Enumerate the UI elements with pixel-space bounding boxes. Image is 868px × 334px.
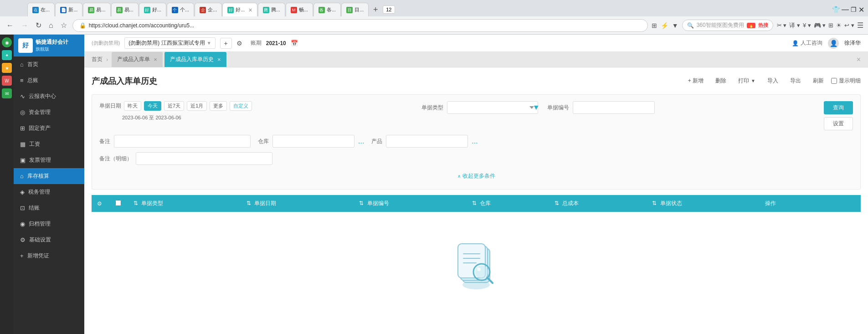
- apps-btn[interactable]: ⊞: [828, 22, 833, 29]
- sidebar-item-home[interactable]: ⌂ 首页: [14, 57, 84, 72]
- product-dots[interactable]: ...: [472, 137, 478, 145]
- calendar-button[interactable]: 📅: [291, 40, 298, 46]
- translate-btn[interactable]: 译 ▾: [789, 21, 800, 30]
- refresh-button[interactable]: ↻: [34, 19, 43, 31]
- date-custom-btn[interactable]: 自定义: [230, 101, 252, 111]
- tab-3[interactable]: 易 易...: [83, 3, 110, 16]
- menu-btn[interactable]: ☰: [857, 21, 863, 30]
- tab-list-close[interactable]: ×: [154, 56, 157, 63]
- grid-button[interactable]: ⊞: [652, 22, 657, 29]
- company-select[interactable]: (勿删勿禁用) 江西振宝测试专用 ▼: [124, 37, 215, 49]
- app-icon-orange[interactable]: ★: [2, 63, 12, 73]
- col-totalcost[interactable]: ⇅ 总成本: [549, 195, 647, 212]
- select-all-checkbox[interactable]: [115, 200, 121, 206]
- tab-11[interactable]: 各 各...: [313, 3, 341, 16]
- number-input[interactable]: [573, 101, 655, 114]
- tab-10[interactable]: M 畅...: [286, 3, 313, 16]
- app-icon-red[interactable]: W: [2, 76, 12, 86]
- tab-4[interactable]: 易 易...: [111, 3, 139, 16]
- window-close-button[interactable]: ✕: [858, 5, 864, 14]
- sidebar-item-archive[interactable]: ◉ 归档管理: [14, 216, 84, 232]
- collapse-button[interactable]: ∧ 收起更多条件: [450, 170, 503, 183]
- bookmark-button[interactable]: ☆: [59, 19, 69, 31]
- col-number[interactable]: ⇅ 单据编号: [354, 195, 467, 212]
- sidebar-item-invoice[interactable]: ▣ 发票管理: [14, 152, 84, 168]
- tab-history-close[interactable]: ×: [217, 56, 221, 63]
- settings-button[interactable]: 设置: [824, 117, 853, 130]
- new-tab-button[interactable]: +: [369, 3, 382, 16]
- product-input[interactable]: [386, 135, 468, 148]
- window-shirt-icon[interactable]: 👕: [832, 6, 840, 13]
- undo-btn[interactable]: ↩ ▾: [844, 22, 854, 29]
- back-button[interactable]: ←: [5, 20, 15, 31]
- sidebar-item-newbill[interactable]: + 新增凭证: [14, 248, 84, 264]
- type-select[interactable]: [447, 101, 538, 114]
- print-button[interactable]: 打印 ▼: [734, 75, 760, 87]
- warehouse-input[interactable]: [272, 135, 354, 148]
- date-7days-btn[interactable]: 近7天: [164, 101, 184, 111]
- tab-6[interactable]: 个 个...: [167, 3, 194, 16]
- delete-button[interactable]: 删除: [711, 75, 731, 87]
- import-button[interactable]: 导入: [763, 75, 783, 87]
- date-yesterday-btn[interactable]: 昨天: [124, 101, 141, 111]
- col-warehouse[interactable]: ⇅ 仓库: [467, 195, 549, 212]
- tab-history-page[interactable]: 产成品入库单历史 ×: [164, 52, 226, 67]
- tab-2[interactable]: 📄 新...: [55, 3, 82, 16]
- sidebar-item-ledger[interactable]: ≡ 总账: [14, 72, 84, 88]
- col-status[interactable]: ⇅ 单据状态: [647, 195, 760, 212]
- home-button[interactable]: ⌂: [47, 20, 55, 31]
- game-btn[interactable]: 🎮 ▾: [814, 22, 826, 29]
- detail-note-input[interactable]: [136, 152, 272, 165]
- date-1month-btn[interactable]: 近1月: [187, 101, 207, 111]
- sidebar-item-closing[interactable]: ⊡ 结账: [14, 200, 84, 216]
- sidebar-item-funds[interactable]: ◎ 资金管理: [14, 104, 84, 120]
- display-detail-checkbox-label[interactable]: 显示明细: [831, 77, 861, 85]
- yuan-btn[interactable]: ¥ ▾: [803, 22, 811, 29]
- date-today-btn[interactable]: 今天: [144, 101, 161, 111]
- add-button[interactable]: + 新增: [683, 75, 708, 87]
- address-input-container[interactable]: 🔒 https://cloud.chanjet.com/accounting/u…: [72, 19, 648, 32]
- search-area[interactable]: 🔍 360智能抠图免费用 🔥 热搜: [682, 20, 773, 31]
- sidebar-item-inventory[interactable]: ⌂ 库存核算: [14, 168, 84, 184]
- date-more-btn[interactable]: 更多: [210, 101, 227, 111]
- app-icon-green[interactable]: ◉: [2, 37, 12, 47]
- dropdown-button[interactable]: ▼: [672, 22, 678, 29]
- col-gear[interactable]: ⚙: [92, 195, 110, 212]
- display-detail-checkbox[interactable]: [831, 78, 837, 84]
- tab-1[interactable]: 在 在...: [27, 3, 55, 16]
- refresh-button[interactable]: 刷新: [808, 75, 828, 87]
- forward-button[interactable]: →: [19, 20, 30, 31]
- close-panel-button[interactable]: ×: [857, 56, 861, 64]
- query-button[interactable]: 查询: [824, 101, 853, 114]
- tab-12[interactable]: 目 目...: [341, 3, 369, 16]
- tab-list-page[interactable]: 产成品入库单 ×: [112, 52, 163, 67]
- add-company-button[interactable]: +: [220, 38, 232, 49]
- user-avatar[interactable]: 👤: [828, 38, 839, 49]
- col-date[interactable]: ⇅ 单据日期: [241, 195, 354, 212]
- sidebar-item-salary[interactable]: ▦ 工资: [14, 136, 84, 152]
- app-icon-mail[interactable]: ✉: [2, 88, 12, 98]
- sidebar-item-reports[interactable]: ∿ 云报表中心: [14, 88, 84, 104]
- scissors-btn[interactable]: ✂ ▾: [777, 22, 787, 29]
- tab-5[interactable]: 好 好...: [139, 3, 166, 16]
- window-restore-button[interactable]: ❐: [851, 6, 857, 13]
- sidebar-item-tax[interactable]: ◈ 税务管理: [14, 184, 84, 200]
- theme-btn[interactable]: ☀: [836, 22, 842, 29]
- tab-8-active[interactable]: 好 好... ×: [222, 3, 257, 16]
- window-minimize-button[interactable]: —: [842, 5, 849, 14]
- warehouse-dots[interactable]: ...: [358, 137, 364, 145]
- sidebar-item-basic[interactable]: ⚙ 基础设置: [14, 232, 84, 248]
- tab-7[interactable]: 企 企...: [195, 3, 222, 16]
- tab-9[interactable]: 腾 腾...: [258, 3, 285, 16]
- col-checkbox[interactable]: [110, 195, 128, 212]
- export-button[interactable]: 导出: [786, 75, 806, 87]
- note-input[interactable]: [114, 135, 251, 148]
- human-service-btn[interactable]: 👤 人工咨询: [792, 39, 822, 47]
- flash-button[interactable]: ⚡: [661, 22, 668, 29]
- sidebar-item-fixed[interactable]: ⊞ 固定资产: [14, 120, 84, 136]
- settings-company-button[interactable]: ⚙: [236, 40, 242, 47]
- col-type[interactable]: ⇅ 单据类型: [128, 195, 241, 212]
- app-icon-teal[interactable]: ✦: [2, 50, 12, 60]
- tab-8-close[interactable]: ×: [248, 6, 252, 14]
- breadcrumb-home[interactable]: 首页: [92, 56, 103, 63]
